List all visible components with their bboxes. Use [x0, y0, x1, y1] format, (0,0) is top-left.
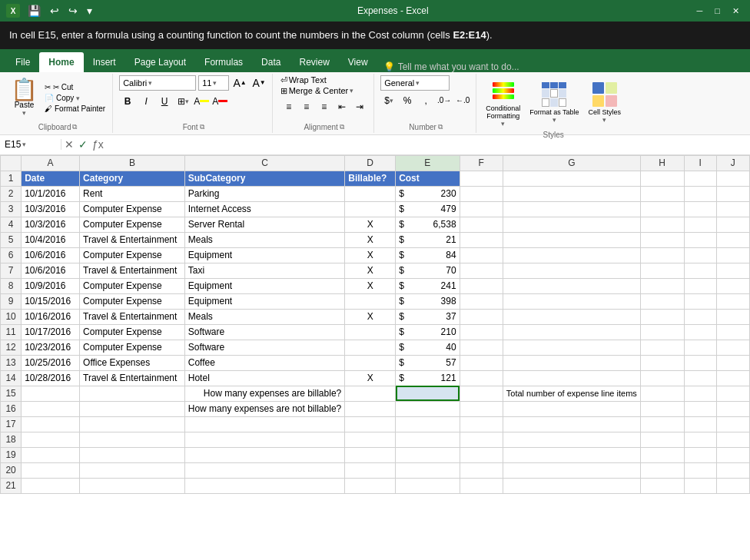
cell-H21[interactable] [640, 478, 684, 493]
row-number[interactable]: 13 [1, 355, 22, 370]
cell-B19[interactable] [80, 447, 185, 462]
cell-C1[interactable]: SubCategory [184, 171, 344, 186]
col-header-d[interactable]: D [345, 155, 396, 171]
row-number[interactable]: 3 [1, 201, 22, 217]
cell-C3[interactable]: Internet Access [184, 201, 344, 217]
cell-B11[interactable]: Computer Expense [80, 324, 185, 340]
cell-A18[interactable] [22, 432, 80, 447]
customize-button[interactable]: ▾ [85, 5, 94, 16]
row-number[interactable]: 1 [1, 171, 22, 186]
cell-E4[interactable]: $6,538 [396, 217, 460, 232]
cell-I16[interactable] [684, 401, 716, 416]
cell-I11[interactable] [684, 324, 716, 340]
decrease-font-button[interactable]: A▼ [251, 75, 267, 91]
col-header-f[interactable]: F [460, 155, 503, 171]
row-number[interactable]: 18 [1, 432, 22, 447]
cell-F2[interactable] [460, 186, 503, 201]
cell-G6[interactable] [503, 247, 640, 263]
cell-J18[interactable] [716, 432, 749, 447]
cell-B12[interactable]: Computer Expense [80, 340, 185, 355]
cell-C2[interactable]: Parking [184, 186, 344, 201]
cell-I21[interactable] [684, 478, 716, 493]
copy-button[interactable]: 📄 Copy ▾ [42, 93, 108, 103]
cell-I5[interactable] [684, 232, 716, 247]
cell-I20[interactable] [684, 462, 716, 478]
align-right-button[interactable]: ≡ [316, 99, 333, 114]
cell-E13[interactable]: $57 [396, 355, 460, 370]
cell-E2[interactable]: $230 [396, 186, 460, 201]
cell-B13[interactable]: Office Expenses [80, 355, 185, 370]
cell-F1[interactable] [460, 171, 503, 186]
cell-D17[interactable] [345, 416, 396, 432]
cell-G21[interactable] [503, 478, 640, 493]
cell-D2[interactable] [345, 186, 396, 201]
align-left-button[interactable]: ≡ [280, 99, 297, 114]
cell-F15[interactable] [460, 386, 503, 401]
cell-A8[interactable]: 10/9/2016 [22, 278, 80, 293]
cell-A11[interactable]: 10/17/2016 [22, 324, 80, 340]
row-number[interactable]: 20 [1, 462, 22, 478]
cell-F8[interactable] [460, 278, 503, 293]
cell-E14[interactable]: $121 [396, 370, 460, 386]
cell-F11[interactable] [460, 324, 503, 340]
cell-C20[interactable] [184, 462, 344, 478]
cell-A4[interactable]: 10/3/2016 [22, 217, 80, 232]
cell-G5[interactable] [503, 232, 640, 247]
format-painter-button[interactable]: 🖌 Format Painter [42, 104, 108, 114]
cell-I1[interactable] [684, 171, 716, 186]
cell-D10[interactable]: X [345, 309, 396, 324]
cell-J12[interactable] [716, 340, 749, 355]
cell-I3[interactable] [684, 201, 716, 217]
cell-I9[interactable] [684, 293, 716, 309]
cell-C10[interactable]: Meals [184, 309, 344, 324]
redo-button[interactable]: ↪ [67, 5, 79, 16]
cell-H17[interactable] [640, 416, 684, 432]
cell-H5[interactable] [640, 232, 684, 247]
cell-F17[interactable] [460, 416, 503, 432]
row-number[interactable]: 8 [1, 278, 22, 293]
cell-C5[interactable]: Meals [184, 232, 344, 247]
merge-center-button[interactable]: ⊞ Merge & Center ▾ [280, 86, 354, 96]
cell-D14[interactable]: X [345, 370, 396, 386]
tab-file[interactable]: File [6, 52, 39, 72]
cell-I10[interactable] [684, 309, 716, 324]
font-size-dropdown[interactable]: 11 ▾ [198, 75, 229, 91]
cell-J19[interactable] [716, 447, 749, 462]
save-button[interactable]: 💾 [26, 5, 42, 16]
cell-J7[interactable] [716, 263, 749, 278]
cell-F5[interactable] [460, 232, 503, 247]
maximize-button[interactable]: □ [710, 6, 725, 16]
cut-button[interactable]: ✂ ✂ Cut [42, 82, 108, 92]
cell-J15[interactable] [716, 386, 749, 401]
cell-D12[interactable] [345, 340, 396, 355]
cell-C13[interactable]: Coffee [184, 355, 344, 370]
cell-G15[interactable]: Total number of expense line items [503, 386, 640, 401]
number-format-dropdown[interactable]: General ▾ [380, 75, 450, 91]
tab-formulas[interactable]: Formulas [195, 52, 252, 72]
cell-G14[interactable] [503, 370, 640, 386]
cell-I4[interactable] [684, 217, 716, 232]
cell-F18[interactable] [460, 432, 503, 447]
cell-B8[interactable]: Computer Expense [80, 278, 185, 293]
cell-B20[interactable] [80, 462, 185, 478]
cell-B5[interactable]: Travel & Entertainment [80, 232, 185, 247]
cell-G18[interactable] [503, 432, 640, 447]
cell-C8[interactable]: Equipment [184, 278, 344, 293]
col-header-e[interactable]: E [396, 155, 460, 171]
cell-C16[interactable]: How many expenses are not billable? [184, 401, 344, 416]
cell-I8[interactable] [684, 278, 716, 293]
cell-D20[interactable] [345, 462, 396, 478]
cell-E16[interactable] [396, 401, 460, 416]
cell-E1[interactable]: Cost [396, 171, 460, 186]
cell-F14[interactable] [460, 370, 503, 386]
row-number[interactable]: 2 [1, 186, 22, 201]
row-number[interactable]: 7 [1, 263, 22, 278]
cell-I18[interactable] [684, 432, 716, 447]
formula-input[interactable] [107, 139, 750, 150]
cell-C15[interactable]: How many expenses are billable? [184, 386, 344, 401]
wrap-text-button[interactable]: ⏎ Wrap Text [280, 75, 354, 85]
cell-E11[interactable]: $210 [396, 324, 460, 340]
cell-I19[interactable] [684, 447, 716, 462]
cell-G7[interactable] [503, 263, 640, 278]
increase-font-button[interactable]: A▲ [231, 75, 248, 91]
